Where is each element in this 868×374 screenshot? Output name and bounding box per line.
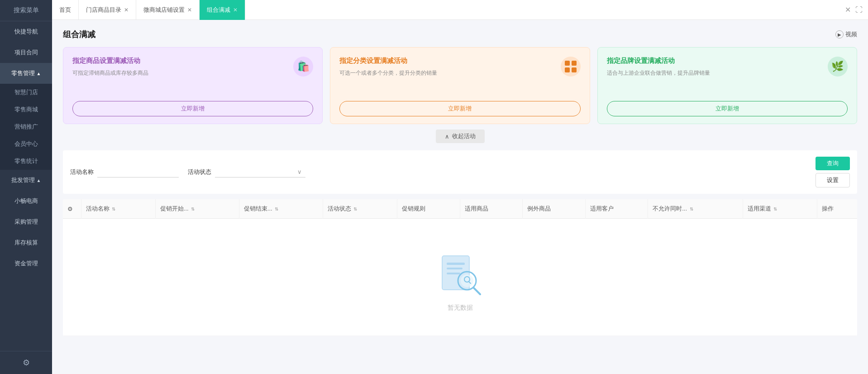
tab-store-catalog[interactable]: 门店商品目录 ✕ — [79, 0, 136, 20]
category-icon — [561, 57, 581, 77]
sidebar-item-marketing[interactable]: 营销推广 — [0, 118, 52, 135]
svg-rect-1 — [572, 61, 577, 66]
svg-rect-2 — [565, 67, 570, 72]
tab-combo-discount[interactable]: 组合满减 ✕ — [200, 0, 245, 20]
table-wrap: ⚙ 活动名称 ⇅ 促销开始... ⇅ 促销结束... ⇅ — [63, 199, 857, 336]
card-product-discount: 指定商品设置满减活动 🛍️ 可指定滞销商品或库存较多商品 立即新增 — [63, 47, 323, 124]
card-brand-title: 指定品牌设置满减活动 — [607, 57, 848, 65]
sort-icon[interactable]: ⇅ — [191, 206, 195, 211]
th-except-goods: 例外商品 — [523, 199, 586, 219]
sort-icon[interactable]: ⇅ — [353, 206, 357, 211]
settings-icon[interactable]: ⚙ — [23, 358, 30, 368]
card-category-desc: 可选一个或者多个分类，提升分类的销量 — [339, 69, 580, 94]
card-brand-discount: 指定品牌设置满减活动 🌿 适合与上游企业联合做营销，提升品牌销量 立即新增 — [597, 47, 857, 124]
tab-home[interactable]: 首页 — [52, 0, 79, 20]
th-end-label: 促销结束... — [244, 205, 272, 212]
close-icon[interactable]: ✕ — [124, 7, 129, 13]
sidebar-bottom: ⚙ — [0, 351, 52, 374]
tabs-bar: 首页 门店商品目录 ✕ 微商城店铺设置 ✕ 组合满减 ✕ ✕ ⛶ — [52, 0, 868, 20]
svg-rect-3 — [572, 67, 577, 72]
card-product-add-button[interactable]: 立即新增 — [72, 101, 313, 116]
th-action: 操作 — [817, 199, 857, 219]
th-rule: 促销规则 — [397, 199, 460, 219]
leaf-icon: 🌿 — [828, 57, 848, 77]
sidebar-item-retail-stats[interactable]: 零售统计 — [0, 153, 52, 170]
sidebar-item-purchase-mgmt[interactable]: 采购管理 — [0, 211, 52, 232]
close-icon[interactable]: ✕ — [187, 7, 192, 13]
empty-text: 暂无数据 — [67, 304, 853, 312]
video-label: 视频 — [845, 30, 857, 38]
maximize-window-button[interactable]: ⛶ — [855, 6, 863, 14]
filter-status-label: 活动状态 — [188, 168, 211, 176]
video-link[interactable]: ▶ 视频 — [835, 30, 857, 38]
main-area: 首页 门店商品目录 ✕ 微商城店铺设置 ✕ 组合满减 ✕ ✕ ⛶ 组合满减 ▶ … — [52, 0, 868, 374]
th-settings[interactable]: ⚙ — [63, 199, 81, 219]
filter-actions: 查询 设置 — [816, 157, 850, 187]
sidebar-search[interactable]: 搜索菜单 — [0, 0, 52, 21]
svg-rect-5 — [447, 263, 465, 265]
th-name: 活动名称 ⇅ — [81, 199, 155, 219]
filter-bar: 活动名称 活动状态 ∨ 查询 设置 — [63, 150, 857, 194]
filter-name-input[interactable] — [97, 167, 179, 177]
close-icon[interactable]: ✕ — [233, 7, 238, 13]
filter-name-group: 活动名称 — [70, 167, 179, 177]
card-category-title: 指定分类设置满减活动 — [339, 57, 580, 65]
tab-micro-store-label: 微商城店铺设置 — [143, 6, 185, 14]
page-title: 组合满减 — [63, 29, 95, 40]
sidebar-item-xiaochang[interactable]: 小畅电商 — [0, 191, 52, 211]
sort-icon[interactable]: ⇅ — [112, 206, 115, 211]
filter-name-label: 活动名称 — [70, 168, 94, 176]
sort-icon[interactable]: ⇅ — [773, 206, 777, 211]
sidebar-item-member-center[interactable]: 会员中心 — [0, 135, 52, 153]
sidebar-item-inventory[interactable]: 库存核算 — [0, 232, 52, 253]
settings-button[interactable]: 设置 — [816, 173, 850, 187]
table-body: 暂无数据 — [63, 219, 857, 336]
th-status-label: 活动状态 — [328, 205, 351, 212]
page-content: 组合满减 ▶ 视频 指定商品设置满减活动 🛍️ 可指定滞销商品或库存较多商品 立… — [52, 20, 868, 374]
close-window-button[interactable]: ✕ — [845, 5, 851, 14]
svg-rect-6 — [447, 268, 463, 269]
chevron-down-icon: ▲ — [37, 178, 41, 183]
filter-status-select[interactable]: ∨ — [215, 167, 305, 177]
svg-line-10 — [473, 288, 480, 294]
sidebar-item-wholesale-mgmt[interactable]: 批发管理 ▲ — [0, 170, 52, 191]
th-name-label: 活动名称 — [86, 205, 110, 212]
card-category-discount: 指定分类设置满减活动 可选一个或者多个分类，提升分类的销量 立即新增 — [330, 47, 590, 124]
tab-home-label: 首页 — [59, 6, 71, 14]
chevron-up-icon: ▲ — [37, 71, 41, 76]
sidebar-item-finance-mgmt[interactable]: 资金管理 — [0, 253, 52, 274]
page-header: 组合满减 ▶ 视频 — [63, 29, 857, 40]
collapse-button[interactable]: ∧ 收起活动 — [436, 129, 485, 143]
chevron-down-icon: ∨ — [297, 168, 302, 175]
th-status: 活动状态 ⇅ — [323, 199, 397, 219]
chevron-up-icon: ∧ — [445, 133, 449, 140]
card-brand-add-button[interactable]: 立即新增 — [607, 101, 848, 116]
sort-icon[interactable]: ⇅ — [275, 206, 278, 211]
window-controls: ✕ ⛶ — [839, 5, 868, 14]
filter-status-group: 活动状态 ∨ — [188, 167, 305, 177]
shopping-bag-icon: 🛍️ — [293, 57, 313, 77]
sidebar-item-project-contract[interactable]: 项目合同 — [0, 42, 52, 63]
tab-store-catalog-label: 门店商品目录 — [86, 6, 121, 14]
card-category-add-button[interactable]: 立即新增 — [339, 101, 580, 116]
play-icon: ▶ — [835, 30, 844, 38]
query-button[interactable]: 查询 — [816, 157, 850, 170]
sort-icon[interactable]: ⇅ — [690, 206, 693, 211]
card-brand-desc: 适合与上游企业联合做营销，提升品牌销量 — [607, 69, 848, 94]
th-channel: 适用渠道 ⇅ — [743, 199, 817, 219]
sidebar-retail-submenu: 智慧门店 零售商城 营销推广 会员中心 零售统计 — [0, 84, 52, 170]
card-product-title: 指定商品设置满减活动 — [72, 57, 313, 65]
sidebar-item-retail-mgmt[interactable]: 零售管理 ▲ — [0, 63, 52, 84]
th-goods: 适用商品 — [460, 199, 523, 219]
tab-micro-store-settings[interactable]: 微商城店铺设置 ✕ — [136, 0, 200, 20]
sidebar-item-smart-store[interactable]: 智慧门店 — [0, 84, 52, 101]
collapse-label: 收起活动 — [452, 132, 476, 140]
th-customer: 适用客户 — [585, 199, 648, 219]
sidebar-item-quick-nav[interactable]: 快捷导航 — [0, 21, 52, 42]
sidebar-item-retail-mall[interactable]: 零售商城 — [0, 101, 52, 118]
th-start-label: 促销开始... — [160, 205, 189, 212]
card-product-desc: 可指定滞销商品或库存较多商品 — [72, 69, 313, 94]
svg-rect-7 — [447, 273, 460, 274]
th-end: 促销结束... ⇅ — [239, 199, 323, 219]
th-no-stack: 不允许同时... ⇅ — [648, 199, 743, 219]
